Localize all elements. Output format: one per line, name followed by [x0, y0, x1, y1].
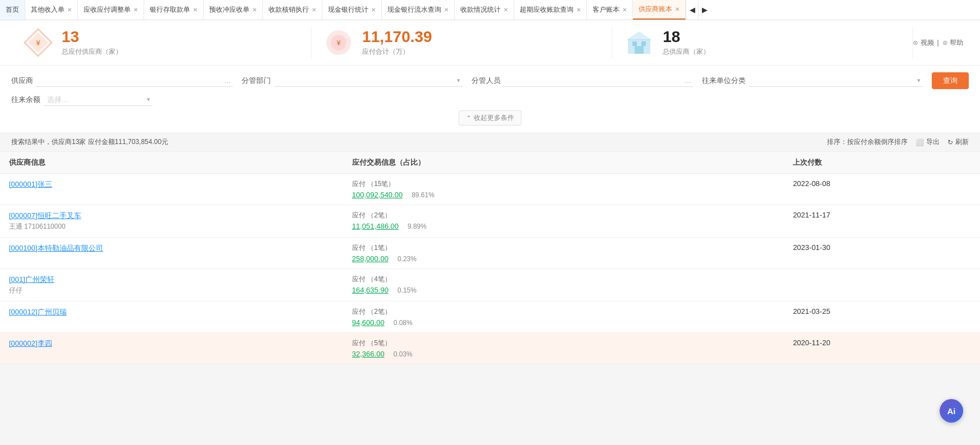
dept-chevron-down-icon[interactable]: ▾ — [455, 77, 463, 84]
category-label: 往来单位分类 — [702, 76, 746, 86]
balance-input[interactable] — [44, 94, 145, 105]
stat-info: 13 总应付供应商（家） — [62, 29, 122, 57]
nav-item-supplier-ledger[interactable]: 供应商账本 ✕ — [633, 0, 686, 20]
balance-chevron-down-icon[interactable]: ▾ — [145, 96, 152, 103]
table-body: [000001]张三应付 （15笔）100,092,540.0089.61%20… — [0, 174, 980, 364]
chevron-up-icon: ⌃ — [466, 114, 471, 122]
tx-percent: 89.61% — [412, 191, 434, 199]
tx-info-cell: 应付 （2笔）94,600.000.08% — [343, 302, 784, 333]
nav-label: 首页 — [6, 5, 19, 15]
close-icon[interactable]: ✕ — [622, 7, 627, 13]
supplier-link[interactable]: [000002]李四 — [9, 339, 52, 347]
collapse-label: 收起更多条件 — [474, 113, 514, 123]
stat-total-suppliers: 18 总供应商（家） — [612, 27, 913, 58]
dept-input[interactable] — [274, 75, 455, 86]
filter-person: 分管人员 … — [471, 75, 693, 87]
stat-number: 13 — [62, 29, 122, 46]
person-ellipsis-button[interactable]: … — [683, 76, 693, 85]
nav-item-other-income[interactable]: 其他收入单 ✕ — [25, 0, 78, 20]
nav-label: 现金银行统计 — [328, 5, 368, 15]
col-header-tx: 应付交易信息（占比） — [343, 152, 784, 174]
result-actions: 排序：按应付余额倒序排序 ⬜ 导出 ↻ 刷新 — [827, 137, 969, 147]
tx-percent: 0.23% — [397, 255, 417, 263]
supplier-info-cell: [001]广州荣轩仔仔 — [0, 269, 343, 302]
nav-item-bank-deposit[interactable]: 银行存取款单 ✕ — [144, 0, 204, 20]
nav-label: 银行存取款单 — [150, 5, 190, 15]
sort-label[interactable]: 排序：按应付余额倒序排序 — [827, 137, 908, 147]
filter-balance: 往来余额 ▾ — [11, 94, 135, 106]
supplier-input[interactable] — [36, 75, 223, 86]
tx-percent: 0.08% — [394, 319, 413, 327]
export-button[interactable]: ⬜ 导出 — [916, 137, 940, 147]
close-icon[interactable]: ✕ — [576, 7, 581, 13]
help-link[interactable]: ⊙ 帮助 — [942, 38, 963, 48]
supplier-link[interactable]: [000001]张三 — [9, 180, 52, 188]
tx-percent: 0.03% — [394, 350, 413, 358]
close-icon[interactable]: ✕ — [675, 6, 679, 12]
collapse-button[interactable]: ⌃ 收起更多条件 — [459, 110, 521, 126]
nav-label: 收款核销执行 — [269, 5, 309, 15]
nav-item-pre-receive[interactable]: 预收冲应收单 ✕ — [204, 0, 263, 20]
close-icon[interactable]: ✕ — [371, 7, 376, 13]
tx-amount[interactable]: 100,092,540.00 — [352, 191, 403, 199]
tx-type-label: 应付 （4笔） — [352, 275, 775, 284]
nav-item-ar-ap-adjust[interactable]: 应收应付调整单 ✕ — [78, 0, 144, 20]
nav-label: 现金银行流水查询 — [387, 5, 441, 15]
person-input[interactable] — [504, 75, 683, 86]
category-input[interactable] — [749, 75, 916, 86]
dept-label: 分管部门 — [242, 76, 271, 86]
supplier-link[interactable]: [000007]恒旺二手叉车 — [9, 211, 81, 220]
person-label: 分管人员 — [471, 76, 501, 86]
balance-input-wrap: ▾ — [44, 94, 152, 106]
refresh-button[interactable]: ↻ 刷新 — [947, 137, 969, 147]
tx-type-label: 应付 （15笔） — [352, 179, 775, 189]
top-right-links: ⊙ 视频 | ⊙ 帮助 — [913, 38, 969, 48]
stat-number: 18 — [663, 29, 710, 46]
last-pay-cell: 2023-01-30 — [784, 238, 980, 269]
svg-text:¥: ¥ — [35, 39, 40, 47]
table-header: 供应商信息 应付交易信息（占比） 上次付数 — [0, 152, 980, 174]
supplier-ellipsis-button[interactable]: … — [223, 76, 233, 85]
supplier-link[interactable]: [000012]广州贝瑞 — [9, 308, 67, 316]
close-icon[interactable]: ✕ — [444, 7, 449, 13]
nav-item-customer-ledger[interactable]: 客户账本 ✕ — [587, 0, 633, 20]
tx-amount[interactable]: 32,366.00 — [352, 350, 385, 358]
nav-item-receipt-stat[interactable]: 收款情况统计 ✕ — [455, 0, 514, 20]
export-icon: ⬜ — [916, 138, 924, 146]
nav-prev-button[interactable]: ◀ — [686, 0, 698, 20]
nav-item-cash-bank-query[interactable]: 现金银行流水查询 ✕ — [382, 0, 455, 20]
close-icon[interactable]: ✕ — [133, 7, 138, 13]
filter-row-1: 供应商 … 分管部门 ▾ 分管人员 … 往来单位分类 — [11, 72, 969, 89]
supplier-sub: 王通 17106110000 — [9, 222, 334, 231]
tx-amount[interactable]: 164,635.90 — [352, 286, 389, 294]
tx-percent: 9.89% — [408, 222, 427, 230]
supplier-link[interactable]: [000100]本特勒油品有限公司 — [9, 244, 103, 252]
tx-amount[interactable]: 94,600.00 — [352, 318, 385, 327]
supplier-info-cell: [000002]李四 — [0, 333, 343, 364]
tx-info-cell: 应付 （1笔）258,000.000.23% — [343, 238, 784, 269]
close-icon[interactable]: ✕ — [67, 7, 72, 13]
close-icon[interactable]: ✕ — [193, 7, 197, 13]
svg-rect-9 — [632, 41, 637, 46]
stat-total-payable-suppliers: ¥ 13 总应付供应商（家） — [11, 27, 312, 58]
tx-percent: 0.15% — [397, 286, 417, 294]
close-icon[interactable]: ✕ — [252, 7, 257, 13]
supplier-link[interactable]: [001]广州荣轩 — [9, 275, 54, 284]
nav-item-cash-bank-stat[interactable]: 现金银行统计 ✕ — [322, 0, 382, 20]
nav-item-receipt-verify[interactable]: 收款核销执行 ✕ — [263, 0, 322, 20]
tx-amount[interactable]: 11,051,486.00 — [352, 222, 399, 230]
supplier-info-cell: [000001]张三 — [0, 174, 343, 205]
search-button[interactable]: 查询 — [932, 72, 969, 89]
close-icon[interactable]: ✕ — [503, 7, 508, 13]
nav-item-home[interactable]: 首页 — [0, 0, 25, 20]
svg-rect-10 — [641, 41, 646, 46]
filter-row-2: 往来余额 ▾ — [11, 94, 969, 106]
category-chevron-down-icon[interactable]: ▾ — [915, 77, 923, 84]
video-link[interactable]: ⊙ 视频 — [913, 38, 933, 48]
separator: | — [937, 39, 939, 47]
tx-amount[interactable]: 258,000.00 — [352, 254, 389, 263]
stat-label: 总应付供应商（家） — [62, 47, 122, 57]
nav-item-overdue-query[interactable]: 超期应收账款查询 ✕ — [514, 0, 587, 20]
close-icon[interactable]: ✕ — [312, 7, 316, 13]
nav-next-button[interactable]: ▶ — [698, 0, 710, 20]
